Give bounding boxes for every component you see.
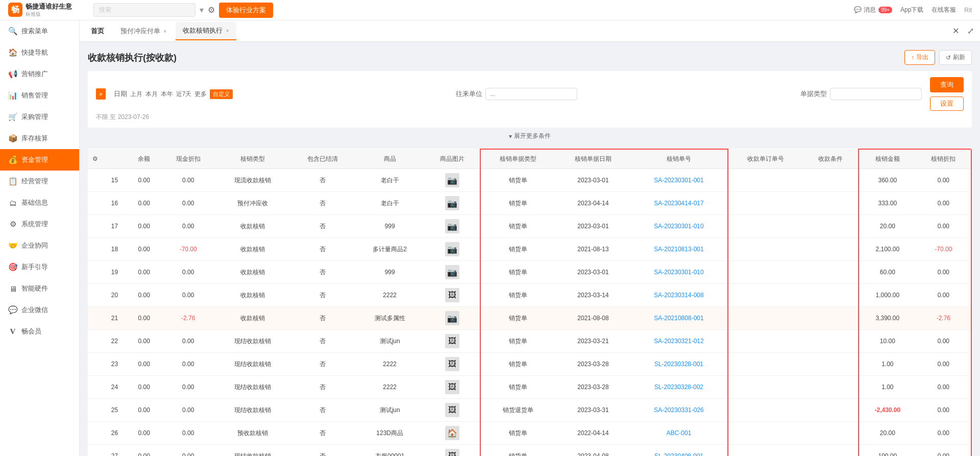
th-settings[interactable]: ⚙ <box>88 149 102 169</box>
cell-bill-no[interactable]: SL-20230328-001 <box>630 353 727 376</box>
dropdown-icon[interactable]: ▾ <box>200 5 204 15</box>
sidebar-item-basic[interactable]: 🗂 基础信息 <box>0 192 79 213</box>
date-option-last-month[interactable]: 上月 <box>130 90 142 99</box>
search-box[interactable]: 搜索 <box>93 3 195 17</box>
tab-home[interactable]: 首页 <box>84 22 111 40</box>
sidebar-item-hardware[interactable]: 🖥 智能硬件 <box>0 278 79 299</box>
cell-cash-discount: 0.00 <box>161 376 215 399</box>
tab-prepaid-close[interactable]: × <box>163 28 166 34</box>
cell-writeoff-discount: 0.00 <box>916 169 971 192</box>
cell-writeoff-discount: 0.00 <box>916 353 971 376</box>
date-option-more[interactable]: 更多 <box>194 90 207 99</box>
cell-settings <box>88 192 102 215</box>
filter-bar: » 日期 上月 本月 本年 近7天 更多 自定义 往来单位 <box>88 71 972 128</box>
sidebar-item-purchase[interactable]: 🛒 采购管理 <box>0 106 79 128</box>
filter-expand-arrow[interactable]: » <box>96 88 106 100</box>
tab-writeoff-close[interactable]: × <box>226 28 229 34</box>
refresh-button[interactable]: ↺ 刷新 <box>939 50 972 65</box>
cell-bill-no[interactable]: SA-20210813-001 <box>630 238 727 261</box>
date-option-this-month[interactable]: 本月 <box>145 90 158 99</box>
th-receipt-condition: 收款条件 <box>803 149 859 169</box>
cell-bill-no[interactable]: SL-20230328-002 <box>630 376 727 399</box>
settings-icon[interactable]: ⚙ <box>208 5 215 15</box>
cell-receipt-condition <box>803 376 859 399</box>
cell-receipt-condition <box>803 284 859 307</box>
sidebar-item-member[interactable]: V 畅会员 <box>0 321 79 342</box>
tab-window-close[interactable]: ✕ <box>950 24 961 38</box>
table-row: 19 0.00 0.00 收款核销 否 999 📷 销货单 2023-03-01… <box>88 261 971 284</box>
date-option-7days[interactable]: 近7天 <box>176 90 192 99</box>
cell-bill-type: 销货单 <box>480 330 556 353</box>
sidebar-label-hardware: 智能硬件 <box>21 284 48 293</box>
online-service[interactable]: 在线客服 <box>932 6 956 14</box>
table-row: 27 0.00 0.00 现结收款核销 否 衣服00001 🖼 销货单 2023… <box>88 445 971 457</box>
cell-settings <box>88 169 102 192</box>
cell-balance: 0.00 <box>127 445 161 457</box>
setting-button[interactable]: 设置 <box>930 97 964 111</box>
tab-fullscreen[interactable]: ⤢ <box>965 24 976 38</box>
cell-bill-no[interactable]: SA-20230301-001 <box>630 169 727 192</box>
cell-seq: 25 <box>102 399 127 422</box>
cell-settings <box>88 307 102 330</box>
sidebar-item-marketing[interactable]: 📢 营销推广 <box>0 63 79 85</box>
partner-input[interactable] <box>485 88 577 100</box>
cell-bill-no[interactable]: SA-20230331-026 <box>630 399 727 422</box>
sidebar-item-system[interactable]: ⚙ 系统管理 <box>0 213 79 235</box>
cell-product: 999 <box>355 215 425 238</box>
date-custom-button[interactable]: 自定义 <box>210 89 233 99</box>
tab-writeoff[interactable]: 收款核销执行 × <box>176 22 236 40</box>
cell-writeoff-discount: 0.00 <box>916 330 971 353</box>
cell-bill-no[interactable]: SA-20210808-001 <box>630 307 727 330</box>
doctype-label: 单据类型 <box>800 89 827 99</box>
cell-receipt-condition <box>803 261 859 284</box>
cell-cash-discount: -2.76 <box>161 307 215 330</box>
cell-receipt-order <box>728 422 803 445</box>
cell-bill-no[interactable]: SL-20230408-001 <box>630 445 727 457</box>
tabs-right: ✕ ⤢ <box>950 24 976 38</box>
cell-bill-type: 销货单 <box>480 238 556 261</box>
cell-included-settled: 否 <box>290 422 354 445</box>
cell-included-settled: 否 <box>290 307 354 330</box>
cell-product-img: 🖼 <box>425 376 480 399</box>
cell-cash-discount: 0.00 <box>161 284 215 307</box>
wechat-icon: 💬 <box>8 305 17 315</box>
cell-bill-no[interactable]: ABC-001 <box>630 422 727 445</box>
export-button[interactable]: ↑ 导出 <box>904 50 935 65</box>
tab-prepaid[interactable]: 预付冲应付单 × <box>113 22 174 40</box>
search-icon: 🔍 <box>8 27 17 36</box>
cell-writeoff-discount: 0.00 <box>916 284 971 307</box>
sidebar-item-collab[interactable]: 🤝 企业协同 <box>0 235 79 256</box>
query-button[interactable]: 查询 <box>930 77 964 92</box>
cell-cash-discount: 0.00 <box>161 422 215 445</box>
cell-seq: 27 <box>102 445 127 457</box>
cell-balance: 0.00 <box>127 330 161 353</box>
sidebar-item-inventory[interactable]: 📦 库存核算 <box>0 128 79 149</box>
sidebar-item-guide[interactable]: 🎯 新手引导 <box>0 256 79 278</box>
app-download[interactable]: App下载 <box>900 6 923 14</box>
cell-writeoff-type: 现流收款核销 <box>215 169 290 192</box>
sidebar-item-operations[interactable]: 📋 经营管理 <box>0 171 79 192</box>
date-option-this-year[interactable]: 本年 <box>161 90 173 99</box>
solution-button[interactable]: 体验行业方案 <box>219 3 273 18</box>
table-row: 25 0.00 0.00 现结收款核销 否 测试jun 🖼 销货退货单 2023… <box>88 399 971 422</box>
sidebar-item-sales[interactable]: 📊 销售管理 <box>0 85 79 106</box>
expand-chevron: ▾ <box>509 133 512 140</box>
search-area: 搜索 ▾ ⚙ 体验行业方案 <box>93 3 848 18</box>
cell-bill-no[interactable]: SA-20230301-010 <box>630 215 727 238</box>
sidebar-item-search[interactable]: 🔍 搜索菜单 <box>0 20 79 42</box>
cell-bill-no[interactable]: SA-20230301-010 <box>630 261 727 284</box>
sidebar-item-wechat[interactable]: 💬 企业微信 <box>0 299 79 321</box>
cell-bill-no[interactable]: SA-20230314-008 <box>630 284 727 307</box>
cell-bill-no[interactable]: SA-20230321-012 <box>630 330 727 353</box>
message-area[interactable]: 💬 消息 99+ <box>854 6 892 14</box>
doctype-select[interactable] <box>830 88 922 100</box>
cell-receipt-order <box>728 445 803 457</box>
cell-receipt-order <box>728 192 803 215</box>
member-icon: V <box>8 327 17 336</box>
expand-more-btn[interactable]: ▾ 展开更多条件 <box>509 132 551 140</box>
sidebar-item-nav[interactable]: 🏠 快捷导航 <box>0 42 79 63</box>
tab-prepaid-label: 预付冲应付单 <box>120 27 160 36</box>
cell-bill-no[interactable]: SA-20230414-017 <box>630 192 727 215</box>
cell-included-settled: 否 <box>290 376 354 399</box>
sidebar-item-finance[interactable]: 💰 资金管理 <box>0 149 79 171</box>
